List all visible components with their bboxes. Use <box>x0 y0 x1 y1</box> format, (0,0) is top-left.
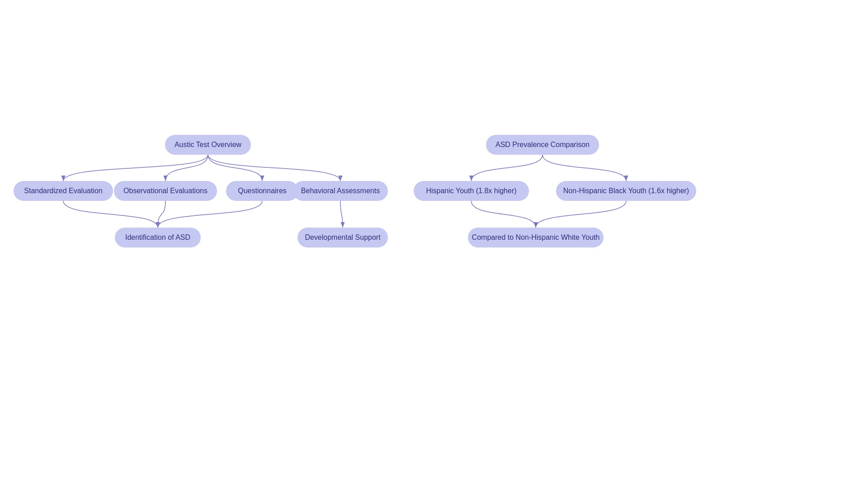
node-austic-test-overview: Austic Test Overview <box>165 135 251 155</box>
diagram-container: Austic Test Overview Standardized Evalua… <box>0 0 868 490</box>
node-behavioral-assessments: Behavioral Assessments <box>293 181 388 201</box>
node-non-hispanic-black-youth: Non-Hispanic Black Youth (1.6x higher) <box>556 181 696 201</box>
node-compared-non-hispanic-white: Compared to Non-Hispanic White Youth <box>468 228 604 247</box>
node-identification-asd: Identification of ASD <box>115 228 201 247</box>
node-observational-evaluations: Observational Evaluations <box>114 181 217 201</box>
node-hispanic-youth: Hispanic Youth (1.8x higher) <box>414 181 529 201</box>
node-standardized-evaluation: Standardized Evaluation <box>14 181 113 201</box>
node-questionnaires: Questionnaires <box>226 181 298 201</box>
node-developmental-support: Developmental Support <box>297 228 388 247</box>
node-asd-prevalence-comparison: ASD Prevalence Comparison <box>486 135 599 155</box>
